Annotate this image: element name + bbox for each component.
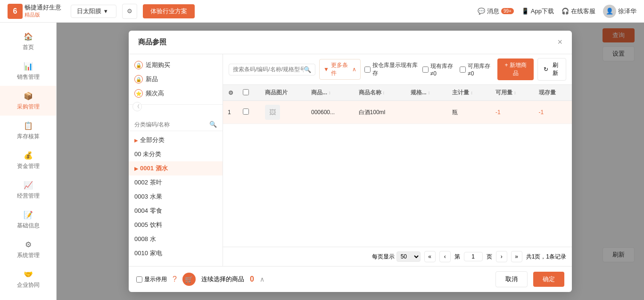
more-conditions-label: 更多条件 — [331, 61, 350, 77]
page-first-button[interactable]: « — [424, 251, 436, 262]
product-table: ⚙ 商品图片 商品... 商品名称 规格... 主计量 可用量 现存量 — [223, 85, 572, 124]
category-item-0008[interactable]: 0008 水 — [129, 232, 223, 246]
th-settings[interactable]: ⚙ — [223, 85, 238, 101]
th-code[interactable]: 商品... — [306, 85, 354, 101]
collapse-icon: 《 — [135, 103, 140, 110]
system-icon: ⚙ — [23, 239, 33, 250]
category-item-unclassified[interactable]: 00 未分类 — [129, 147, 223, 161]
th-available[interactable]: 可用量 — [491, 85, 534, 101]
online-service-item[interactable]: 🎧 在线客服 — [561, 7, 595, 16]
product-reference-modal: 商品参照 × 🔒 近期购买 🔒 — [129, 31, 572, 292]
branch-selector[interactable]: 日太阳膜 ▾ — [71, 5, 116, 18]
cancel-button[interactable]: 取消 — [495, 271, 528, 287]
th-spec[interactable]: 规格... — [406, 85, 448, 101]
more-conditions-button[interactable]: ▼ 更多条件 ∧ — [319, 59, 361, 80]
top-nav: 6 畅捷通好生意 精品版 日太阳膜 ▾ ⚙ 体验行业方案 💬 消息 99+ 📱 … — [0, 0, 644, 23]
quick-item-recent[interactable]: 🔒 近期购买 — [129, 58, 223, 72]
category-item-0003[interactable]: 0003 水果 — [129, 190, 223, 204]
page-last-button[interactable]: » — [511, 251, 522, 262]
online-service-label: 在线客服 — [571, 7, 595, 16]
sidebar-item-home[interactable]: 🏠 首页 — [0, 26, 56, 56]
app-download-item[interactable]: 📱 App下载 — [521, 7, 554, 16]
page-next-button[interactable]: › — [496, 251, 507, 262]
filter-bar: 🔍 ▼ 更多条件 ∧ 按仓库显示现有库存 — [223, 54, 572, 85]
quick-item-frequent[interactable]: ⭐ 频次高 — [129, 86, 223, 100]
sidebar-item-sales[interactable]: 📊 销售管理 — [0, 56, 56, 86]
cell-image: 🖼 — [260, 101, 306, 124]
category-label-0010: 0010 家电 — [134, 250, 162, 257]
category-label-0001: 0001 酒水 — [140, 164, 168, 173]
category-search-input[interactable] — [134, 121, 209, 128]
total-label: 共1页，1条记录 — [526, 253, 566, 261]
sidebar-label-system: 系统管理 — [17, 251, 40, 259]
settings-button[interactable]: ⚙ — [122, 4, 137, 19]
user-item[interactable]: 👤 徐泽华 — [603, 5, 636, 18]
category-item-0005[interactable]: 0005 饮料 — [129, 218, 223, 232]
th-unit[interactable]: 主计量 — [447, 85, 491, 101]
category-item-0004[interactable]: 0004 零食 — [129, 204, 223, 218]
business-icon: 📈 — [23, 180, 33, 190]
table-row[interactable]: 1 🖼 000600... 白酒100ml — [223, 101, 572, 124]
checkbox-available-input[interactable] — [460, 67, 466, 73]
search-icon[interactable]: 🔍 — [304, 66, 311, 73]
show-disabled-input[interactable] — [136, 276, 142, 283]
sidebar-item-system[interactable]: ⚙ 系统管理 — [0, 234, 56, 264]
product-image: 🖼 — [265, 105, 280, 120]
modal-overlay: 商品参照 × 🔒 近期购买 🔒 — [57, 23, 644, 300]
show-disabled-checkbox[interactable]: 显示停用 — [136, 275, 167, 283]
refresh-button[interactable]: ↻ 刷新 — [537, 58, 566, 81]
page-number-input[interactable] — [464, 252, 483, 261]
product-search-input[interactable] — [233, 66, 304, 73]
collapse-selected-button[interactable]: ∧ — [260, 275, 264, 283]
th-name[interactable]: 商品名称 — [354, 85, 406, 101]
collapse-panel-button[interactable]: 《 — [132, 102, 142, 111]
refresh-label: 刷新 — [550, 61, 560, 77]
category-search-icon[interactable]: 🔍 — [209, 121, 217, 128]
category-item-0010[interactable]: 0010 家电 — [129, 246, 223, 260]
cell-spec — [406, 101, 448, 124]
checkbox-stock-nonzero-input[interactable] — [422, 67, 429, 73]
category-item-all[interactable]: ▶ 全部分类 — [129, 133, 223, 147]
add-product-button[interactable]: + 新增商品 — [497, 58, 534, 80]
confirm-button[interactable]: 确定 — [533, 272, 564, 287]
quick-item-new[interactable]: 🔒 新品 — [129, 72, 223, 86]
help-icon[interactable]: ? — [173, 275, 177, 283]
category-item-0002[interactable]: 0002 茶叶 — [129, 175, 223, 190]
checkbox-stock-label: 现有库存≠0 — [430, 62, 456, 77]
sidebar-label-basic: 基础信息 — [17, 222, 40, 230]
category-label-0005: 0005 饮料 — [134, 221, 162, 228]
sidebar-item-purchase[interactable]: 📦 采购管理 — [0, 86, 56, 116]
modal-close-button[interactable]: × — [557, 37, 562, 47]
message-item[interactable]: 💬 消息 99+ — [478, 7, 514, 16]
category-item-0001[interactable]: ▶ 0001 酒水 — [129, 161, 223, 175]
row-checkbox[interactable] — [243, 108, 249, 115]
cell-available: -1 — [491, 101, 534, 124]
checkbox-stock-nonzero[interactable]: 现有库存≠0 — [422, 62, 456, 77]
logo-icon: 6 — [8, 4, 23, 19]
selected-label: 连续选择的商品 — [201, 275, 244, 283]
refresh-icon: ↻ — [544, 66, 548, 73]
checkbox-warehouse-input[interactable] — [364, 67, 371, 73]
sidebar-item-basic[interactable]: 📝 基础信息 — [0, 205, 56, 234]
cart-icon: 🛒 — [182, 273, 196, 286]
checkbox-available-nonzero[interactable]: 可用库存≠0 — [460, 62, 494, 77]
category-list: ▶ 全部分类 00 未分类 ▶ 0001 酒水 0002 茶 — [129, 131, 223, 262]
per-page-select[interactable]: 50 100 — [396, 251, 421, 262]
sidebar-item-finance[interactable]: 💰 资金管理 — [0, 145, 56, 175]
sidebar-item-business[interactable]: 📈 经营管理 — [0, 175, 56, 205]
sidebar-item-inventory[interactable]: 📋 库存核算 — [0, 116, 56, 145]
select-all-checkbox[interactable] — [243, 89, 249, 95]
inventory-icon: 📋 — [23, 120, 33, 131]
page-prev-button[interactable]: ‹ — [439, 251, 451, 262]
quick-label-new: 新品 — [146, 75, 158, 83]
checkbox-warehouse[interactable]: 按仓库显示现有库存 — [364, 61, 418, 77]
quick-label-recent: 近期购买 — [146, 61, 170, 69]
per-page-label: 每页显示 — [372, 253, 395, 261]
category-label-0002: 0002 茶叶 — [134, 179, 162, 186]
lock-icon: 🔒 — [134, 61, 143, 69]
sidebar-item-collab[interactable]: 🤝 企业协同 — [0, 264, 56, 294]
experience-button[interactable]: 体验行业方案 — [143, 4, 195, 18]
lock2-icon: 🔒 — [134, 75, 143, 83]
sidebar-item-guide[interactable]: 🎯 新手引导 — [0, 294, 56, 300]
sidebar-label-business: 经营管理 — [17, 192, 40, 200]
